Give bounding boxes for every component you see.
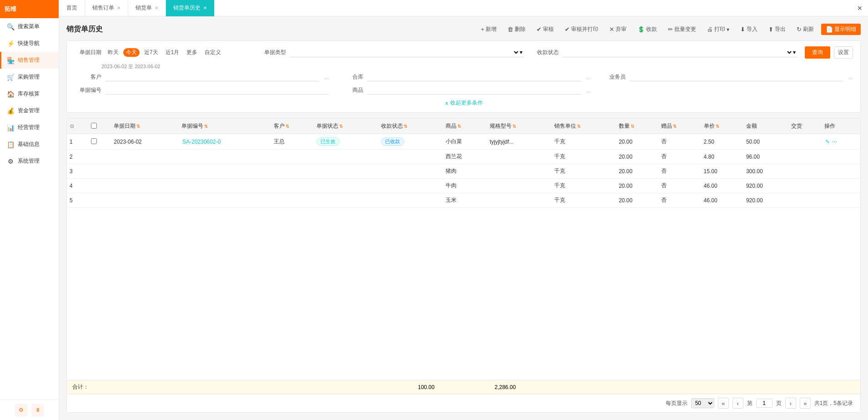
sidebar-item-basic[interactable]: 📋 基础信息	[0, 136, 59, 153]
col-settings[interactable]: ⚙	[67, 119, 88, 134]
cell-checkbox[interactable]	[88, 193, 111, 208]
cell-doc-status: 已生效	[314, 134, 378, 150]
cell-row-num: 5	[67, 193, 88, 208]
payment-status-arrow-icon: ▾	[793, 49, 796, 55]
goods-dots[interactable]: ...	[587, 87, 591, 94]
goods-input[interactable]	[367, 86, 581, 95]
collect-button[interactable]: 💲 收款	[634, 24, 661, 35]
date-today[interactable]: 今天	[123, 48, 140, 57]
cell-checkbox[interactable]	[88, 164, 111, 179]
sidebar-item-operations[interactable]: 📊 经营管理	[0, 119, 59, 136]
sidebar-item-sales[interactable]: 🏪 销售管理	[0, 52, 59, 69]
col-quantity[interactable]: 数量⇅	[616, 119, 658, 134]
tab-sales-goods[interactable]: 销货单 ✕	[128, 0, 166, 16]
tab-sales-order-close[interactable]: ✕	[117, 5, 120, 10]
pause-bottom-icon[interactable]: ⏸	[31, 404, 44, 416]
cell-unit: 千克	[552, 179, 616, 193]
table-settings-icon[interactable]: ⚙	[70, 123, 75, 130]
tab-sales-order[interactable]: 销售订单 ✕	[85, 0, 128, 16]
show-detail-button[interactable]: 📄 显示明细	[821, 24, 861, 35]
settings-filter-button[interactable]: 设置	[834, 46, 853, 59]
batch-change-button[interactable]: ✏ 批量变更	[664, 24, 700, 35]
cell-goods: 猪肉	[443, 164, 487, 179]
audit-button[interactable]: ✔ 审核	[533, 24, 557, 35]
doc-type-select[interactable]	[291, 49, 520, 56]
cell-goods: 西兰花	[443, 150, 487, 164]
sidebar-item-search[interactable]: 🔍 搜索菜单	[0, 18, 59, 35]
cell-checkbox[interactable]	[88, 134, 111, 150]
cell-doc-date	[111, 179, 179, 193]
print-label: 打印	[714, 25, 725, 33]
col-payment-status[interactable]: 收款状态⇅	[378, 119, 443, 134]
date-7days[interactable]: 近7天	[141, 48, 161, 57]
col-customer[interactable]: 客户⇅	[271, 119, 313, 134]
payment-status-select-wrap[interactable]: ▾	[562, 48, 798, 57]
add-button[interactable]: + 新增	[477, 24, 500, 35]
print-button[interactable]: 🖨 打印 ▾	[703, 24, 733, 35]
cell-checkbox[interactable]	[88, 179, 111, 193]
import-button[interactable]: ⬇ 导入	[737, 24, 761, 35]
sidebar-item-purchase[interactable]: 🛒 采购管理	[0, 69, 59, 85]
sidebar-item-system[interactable]: ⚙ 系统管理	[0, 153, 59, 170]
cell-doc-number	[179, 179, 271, 193]
customer-input[interactable]	[105, 73, 319, 81]
col-gift[interactable]: 赠品⇅	[658, 119, 701, 134]
date-more[interactable]: 更多	[184, 48, 200, 57]
tab-sales-history-close[interactable]: ✕	[203, 5, 207, 10]
col-doc-status[interactable]: 单据状态⇅	[314, 119, 378, 134]
date-1month[interactable]: 近1月	[163, 48, 182, 57]
audit-print-button[interactable]: ✔ 审核并打印	[561, 24, 602, 35]
cell-row-num: 2	[67, 150, 88, 164]
doc-number-input[interactable]	[105, 86, 329, 95]
doc-type-select-wrap[interactable]: ▾	[290, 48, 525, 57]
sidebar-item-finance[interactable]: 💰 资金管理	[0, 102, 59, 119]
col-checkbox[interactable]	[88, 119, 111, 134]
window-close-button[interactable]: ✕	[852, 5, 868, 12]
page-last-button[interactable]: »	[800, 398, 811, 409]
warehouse-input[interactable]	[367, 73, 581, 81]
tab-sales-history[interactable]: 销货单历史 ✕	[166, 0, 215, 16]
cell-unit-price: 46.00	[701, 179, 743, 193]
select-all-checkbox[interactable]	[91, 123, 97, 129]
sidebar-item-shortcut[interactable]: ⚡ 快捷导航	[0, 35, 59, 52]
more-action[interactable]: ⋯	[832, 139, 837, 145]
refresh-button[interactable]: ↻ 刷新	[793, 24, 818, 35]
page-prev-button[interactable]: ‹	[733, 398, 743, 409]
cell-unit-price: 15.00	[701, 164, 743, 179]
col-unit-price[interactable]: 单价⇅	[701, 119, 743, 134]
collapse-button[interactable]: ∧ 收起更多条件	[445, 99, 483, 107]
payment-status-select[interactable]	[564, 49, 793, 56]
tab-home[interactable]: 首页	[59, 0, 85, 16]
sort-gift-icon: ⇅	[673, 124, 677, 129]
page-input[interactable]	[756, 399, 773, 408]
salesperson-input[interactable]	[629, 73, 843, 81]
query-button[interactable]: 查询	[805, 46, 830, 59]
per-page-select[interactable]: 50 20 100	[691, 398, 714, 408]
tab-sales-goods-close[interactable]: ✕	[155, 5, 158, 10]
col-doc-date[interactable]: 单据日期⇅	[111, 119, 179, 134]
date-yesterday[interactable]: 昨天	[105, 48, 121, 57]
col-doc-number[interactable]: 单据编号⇅	[179, 119, 271, 134]
sidebar-item-inventory[interactable]: 🏠 库存核算	[0, 85, 59, 102]
export-button[interactable]: ⬆ 导出	[765, 24, 789, 35]
col-spec[interactable]: 规格型号⇅	[487, 119, 552, 134]
page-next-button[interactable]: ›	[785, 398, 796, 409]
date-custom[interactable]: 自定义	[202, 48, 224, 57]
cell-actions: ✎⋯	[822, 134, 860, 150]
cell-doc-status	[314, 179, 378, 193]
row-checkbox[interactable]	[91, 138, 97, 144]
cell-transaction	[788, 179, 822, 193]
col-unit[interactable]: 销售单位⇅	[552, 119, 616, 134]
edit-action[interactable]: ✎	[825, 139, 830, 145]
page-first-button[interactable]: «	[718, 398, 729, 409]
salesperson-dots[interactable]: ...	[848, 74, 853, 80]
cell-checkbox[interactable]	[88, 150, 111, 164]
customer-dots[interactable]: ...	[324, 74, 329, 80]
settings-bottom-icon[interactable]: ⚙	[15, 404, 28, 416]
table-wrap: ⚙ 单据日期⇅ 单据编号⇅ 客户⇅ 单据状态⇅ 收款状态⇅ 商品⇅ 规格型号⇅ …	[67, 119, 860, 380]
warehouse-dots[interactable]: ...	[587, 74, 591, 80]
delete-button[interactable]: 🗑 删除	[504, 24, 529, 35]
col-goods[interactable]: 商品⇅	[443, 119, 487, 134]
doc-number-link[interactable]: SA-20230602-0	[182, 139, 221, 145]
abandon-button[interactable]: ✕ 弃审	[606, 24, 630, 35]
